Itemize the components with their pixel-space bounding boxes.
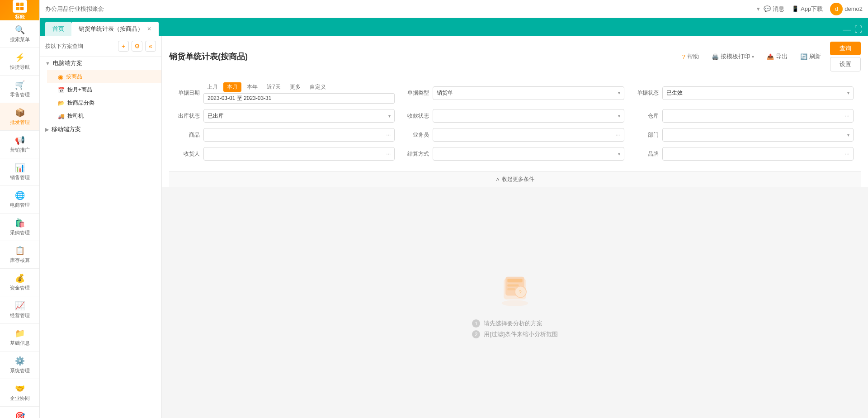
delivery-dropdown[interactable]: 已出库 ▾ xyxy=(203,109,395,123)
svg-rect-7 xyxy=(507,279,522,282)
tab-home-label: 首页 xyxy=(52,25,64,33)
warehouse-dots-icon[interactable]: ··· xyxy=(845,113,849,119)
warehouse-label: 仓库 xyxy=(635,112,662,120)
settings-button[interactable]: 设置 xyxy=(830,57,861,71)
printer-icon: 🚚 xyxy=(58,113,65,119)
tab-sales-stat[interactable]: 销货单统计表（按商品） ✕ xyxy=(71,22,159,36)
print-dropdown-icon: ▾ xyxy=(752,54,754,59)
print-button[interactable]: 🖨️ 按模板打印 ▾ xyxy=(708,51,758,62)
settings-scheme-button[interactable]: ⚙ xyxy=(132,41,142,52)
sidebar-item-system[interactable]: ⚙️ 系统管理 xyxy=(0,352,39,379)
goods-dots-icon[interactable]: ··· xyxy=(386,132,391,138)
add-scheme-button[interactable]: + xyxy=(118,41,129,52)
date-range-display[interactable]: 2023-03-01 至 2023-03-31 xyxy=(203,93,395,104)
dropdown-arrow-icon[interactable]: ▾ xyxy=(757,5,760,12)
topbar-actions: 💬 消息 📱 App下载 d demo2 xyxy=(764,3,863,15)
tree-item-by-goods[interactable]: ◉ 按商品 xyxy=(47,70,161,83)
app-download-button[interactable]: 📱 App下载 xyxy=(792,5,823,13)
empty-tip-2: 2 用[过滤]条件来缩小分析范围 xyxy=(472,330,557,338)
date-tab-7days[interactable]: 近7天 xyxy=(263,82,284,92)
sidebar-item-finance-label: 资金管理 xyxy=(10,285,30,291)
bill-status-dropdown[interactable]: 已生效 ▾ xyxy=(662,86,854,100)
filter-brand: 品牌 ··· xyxy=(635,147,854,161)
brand-dropdown[interactable]: ··· xyxy=(662,147,854,161)
tab-home[interactable]: 首页 xyxy=(45,22,71,36)
tree-item-by-goods-cat[interactable]: 📂 按商品分类 xyxy=(47,96,161,109)
refresh-button[interactable]: 🔄 刷新 xyxy=(797,51,825,62)
help-icon: ? xyxy=(682,53,685,60)
tip-text-2: 用[过滤]条件来缩小分析范围 xyxy=(484,330,557,338)
sidebar-item-marketing[interactable]: 📢 营销推广 xyxy=(0,131,39,158)
warehouse-dropdown[interactable]: ··· xyxy=(662,109,854,123)
staff-dots-icon[interactable]: ··· xyxy=(616,132,620,138)
tree-item-by-printer[interactable]: 🚚 按司机 xyxy=(47,109,161,123)
brand-dots-icon[interactable]: ··· xyxy=(845,151,849,157)
filter-area: 单据日期 上月 本月 本年 近7天 更多 自定义 20 xyxy=(169,77,861,171)
sidebar-item-search-menu[interactable]: 🔍 搜索菜单 xyxy=(0,20,39,48)
staff-dropdown[interactable]: ··· xyxy=(433,128,624,142)
dept-dropdown[interactable]: ▾ xyxy=(662,128,854,142)
payment-method-dropdown[interactable]: ▾ xyxy=(433,147,624,161)
sidebar-item-wholesale-label: 批发管理 xyxy=(10,119,30,126)
svg-rect-9 xyxy=(507,288,515,290)
bill-type-dropdown[interactable]: 销货单 ▾ xyxy=(433,86,624,100)
tip-num-2: 2 xyxy=(472,330,480,338)
receiver-dots-icon[interactable]: ··· xyxy=(386,151,391,157)
date-tab-this-year[interactable]: 本年 xyxy=(243,82,261,92)
filter-staff: 业务员 ··· xyxy=(406,128,624,142)
payment-label: 收款状态 xyxy=(406,112,433,120)
filter-receiver: 收货人 ··· xyxy=(176,147,395,161)
sidebar-item-finance[interactable]: 💰 资金管理 xyxy=(0,269,39,296)
sidebar-item-retail[interactable]: 🛒 零售管理 xyxy=(0,76,39,103)
sidebar-item-ecommerce[interactable]: 🌐 电商管理 xyxy=(0,186,39,214)
receiver-dropdown[interactable]: ··· xyxy=(203,147,395,161)
finance-icon: 💰 xyxy=(15,273,25,283)
tree-mobile-section[interactable]: ▶ 移动端方案 xyxy=(40,123,161,136)
sidebar-item-purchase[interactable]: 🛍️ 采购管理 xyxy=(0,214,39,241)
svg-rect-2 xyxy=(16,7,19,10)
sidebar-item-guide[interactable]: 🎯 新手引导 xyxy=(0,407,39,418)
message-button[interactable]: 💬 消息 xyxy=(764,5,784,13)
filter-bill-status: 单据状态 已生效 ▾ xyxy=(635,86,854,100)
payment-method-label: 结算方式 xyxy=(406,150,433,158)
sidebar-item-coop[interactable]: 🤝 企业协同 xyxy=(0,379,39,407)
retail-icon: 🛒 xyxy=(15,80,25,90)
tree-pc-label: 电脑端方案 xyxy=(53,59,82,67)
collapse-label: ∧ 收起更多条件 xyxy=(495,176,534,182)
left-panel-header: 按以下方案查询 + ⚙ « xyxy=(40,36,161,57)
export-label: 导出 xyxy=(776,52,788,61)
sidebar-item-business[interactable]: 📈 经营管理 xyxy=(0,296,39,324)
tree-pc-section[interactable]: ▼ 电脑端方案 xyxy=(40,57,161,70)
date-tab-this-month[interactable]: 本月 xyxy=(223,82,241,92)
svg-point-4 xyxy=(502,300,528,306)
sidebar-item-sales[interactable]: 📊 销售管理 xyxy=(0,158,39,186)
tab-minimize-icon[interactable]: — xyxy=(843,25,851,34)
tabbar-actions: — ⛶ xyxy=(843,25,868,36)
sidebar-item-wholesale[interactable]: 📦 批发管理 xyxy=(0,103,39,131)
tab-close-icon[interactable]: ✕ xyxy=(147,26,151,32)
tab-maximize-icon[interactable]: ⛶ xyxy=(854,25,863,34)
sidebar-item-basic[interactable]: 📁 基础信息 xyxy=(0,324,39,352)
message-icon: 💬 xyxy=(764,5,771,12)
collapse-more-button[interactable]: ∧ 收起更多条件 xyxy=(169,171,861,187)
collapse-panel-button[interactable]: « xyxy=(145,41,156,52)
goods-dropdown[interactable]: ··· xyxy=(203,128,395,142)
sidebar-item-ecommerce-label: 电商管理 xyxy=(10,202,30,209)
query-button[interactable]: 查询 xyxy=(830,42,861,55)
delivery-value: 已出库 xyxy=(208,112,224,120)
topbar: 办公用品行业模拟账套 ▾ 💬 消息 📱 App下载 d demo2 xyxy=(40,0,868,18)
inventory-icon: 📋 xyxy=(15,246,25,256)
payment-dropdown[interactable]: ▾ xyxy=(433,109,624,123)
date-tab-custom[interactable]: 自定义 xyxy=(306,82,330,92)
date-tab-last-month[interactable]: 上月 xyxy=(203,82,222,92)
empty-tips: 1 请先选择要分析的方案 2 用[过滤]条件来缩小分析范围 xyxy=(472,319,557,338)
tree-item-by-month-goods[interactable]: 📅 按月+商品 xyxy=(47,83,161,96)
sidebar-item-quick-nav[interactable]: ⚡ 快捷导航 xyxy=(0,48,39,76)
sidebar-item-inventory[interactable]: 📋 库存核算 xyxy=(0,241,39,269)
marketing-icon: 📢 xyxy=(15,135,25,145)
export-button[interactable]: 📤 导出 xyxy=(763,51,791,62)
help-button[interactable]: ? 帮助 xyxy=(679,51,703,62)
tip-text-1: 请先选择要分析的方案 xyxy=(484,319,542,328)
date-tab-more[interactable]: 更多 xyxy=(286,82,304,92)
user-avatar-button[interactable]: d demo2 xyxy=(830,3,863,15)
